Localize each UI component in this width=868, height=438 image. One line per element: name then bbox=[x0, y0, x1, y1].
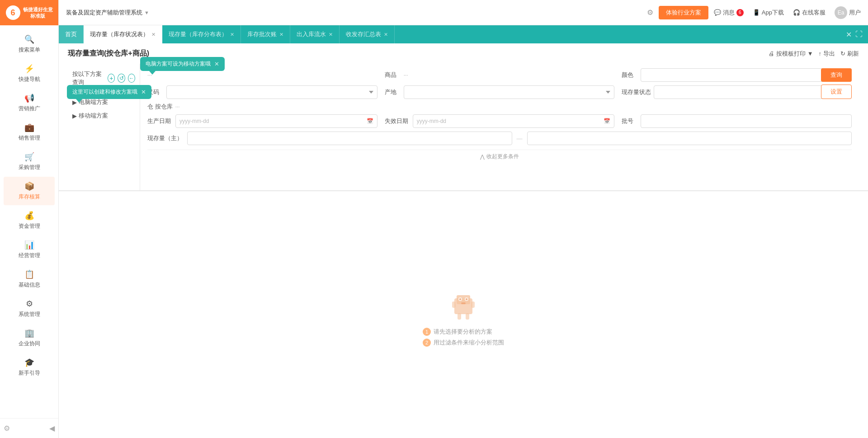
online-service-item[interactable]: 🎧 在线客服 bbox=[793, 9, 826, 17]
sidebar-item-purchase[interactable]: 🛒 采购管理 bbox=[4, 147, 55, 176]
tab-home[interactable]: 首页 bbox=[59, 25, 84, 43]
filter-row-3: 仓 按仓库 ··· bbox=[147, 103, 852, 111]
back-scheme-button[interactable]: ← bbox=[128, 74, 135, 83]
tab-close-icon[interactable]: ✕ bbox=[151, 32, 156, 38]
headset-icon: 🎧 bbox=[793, 9, 800, 16]
sidebar-item-label: 营销推广 bbox=[19, 105, 40, 113]
tooltip-create-text: 这里可以创建和修改方案哦 bbox=[72, 88, 137, 96]
topbar-settings-icon[interactable]: ⚙ bbox=[647, 8, 653, 17]
scheme-item-mobile[interactable]: ▶ 移动端方案 bbox=[68, 110, 140, 122]
sidebar-item-label: 基础信息 bbox=[19, 281, 40, 289]
tip-text-2: 用过滤条件来缩小分析范围 bbox=[434, 339, 504, 347]
tooltip-desktop-box: 电脑方案可设为移动方案哦 ✕ bbox=[140, 57, 225, 71]
sidebar-item-basic[interactable]: 📋 基础信息 bbox=[4, 265, 55, 293]
sidebar-item-label: 新手引导 bbox=[19, 369, 40, 377]
content-area: 现存量查询(按仓库+商品) 🖨 按模板打印 ▼ ↑ 导出 ↻ 刷新 bbox=[59, 43, 868, 438]
tab-inventory-dist[interactable]: 现存量（库存分布表） ✕ bbox=[162, 25, 241, 43]
export-button[interactable]: ↑ 导出 bbox=[819, 50, 835, 58]
sidebar-item-label: 搜索菜单 bbox=[19, 46, 40, 54]
size-select[interactable] bbox=[166, 85, 377, 99]
sidebar-item-search[interactable]: 🔍 搜索菜单 bbox=[4, 30, 55, 58]
purchase-icon: 🛒 bbox=[24, 152, 34, 162]
sidebar-item-enterprise[interactable]: 🏢 企业协同 bbox=[4, 324, 55, 352]
collapse-sidebar-icon[interactable]: ◀ bbox=[49, 424, 55, 433]
sidebar-item-finance[interactable]: 💰 资金管理 bbox=[4, 206, 55, 235]
svg-point-5 bbox=[466, 298, 467, 300]
sidebar-item-marketing[interactable]: 📢 营销推广 bbox=[4, 89, 55, 117]
content-body: 1 请先选择要分析的方案 2 用过滤条件来缩小分析范围 bbox=[59, 191, 868, 438]
tab-summary[interactable]: 收发存汇总表 ✕ bbox=[340, 25, 395, 43]
system-name-dropdown[interactable]: 装备及固定资产辅助管理系统 ▼ bbox=[66, 9, 149, 17]
page-title: 现存量查询(按仓库+商品) bbox=[68, 49, 149, 58]
sidebar-menu: 🔍 搜索菜单 ⚡ 快捷导航 📢 营销推广 💼 销售管理 🛒 采购管理 📦 库存核… bbox=[0, 25, 58, 418]
tab-close-icon[interactable]: ✕ bbox=[279, 32, 283, 38]
tab-inventory-status-label: 现存量（库存状况表） bbox=[90, 30, 149, 38]
query-button[interactable]: 查询 bbox=[821, 68, 852, 82]
tabs-bar-actions: ✕ ⛶ bbox=[846, 25, 868, 43]
tooltip-desktop-close[interactable]: ✕ bbox=[214, 61, 219, 67]
exp-date-input[interactable]: yyyy-mm-dd 📅 bbox=[413, 114, 615, 128]
scheme-item-label: 电脑端方案 bbox=[79, 98, 108, 106]
stock-main-to[interactable] bbox=[527, 132, 852, 145]
svg-rect-8 bbox=[471, 301, 475, 308]
tab-fullscreen-icon[interactable]: ⛶ bbox=[855, 30, 863, 38]
batch-input[interactable] bbox=[641, 114, 852, 128]
tab-inventory-dist-label: 现存量（库存分布表） bbox=[169, 30, 227, 38]
tab-close-icon[interactable]: ✕ bbox=[230, 32, 234, 38]
tooltip-create-close[interactable]: ✕ bbox=[141, 89, 146, 95]
sidebar-item-guide[interactable]: 🎓 新手引导 bbox=[4, 353, 55, 381]
message-item[interactable]: 💬 消息 6 bbox=[714, 9, 744, 17]
filter-fields: ··· 商品 ··· 颜色 bbox=[140, 64, 859, 190]
chevron-up-icon: ⋀ bbox=[480, 154, 485, 160]
tab-inventory-status[interactable]: 现存量（库存状况表） ✕ bbox=[84, 25, 162, 43]
reset-button[interactable]: 设置 bbox=[821, 85, 852, 99]
scheme-expand-icon: ▶ bbox=[72, 113, 77, 119]
refresh-button[interactable]: ↻ 刷新 bbox=[840, 50, 859, 58]
origin-select[interactable] bbox=[404, 85, 615, 99]
sidebar-item-label: 经营管理 bbox=[19, 252, 40, 259]
tab-close-icon[interactable]: ✕ bbox=[384, 32, 388, 38]
tooltip-create-box: 这里可以创建和修改方案哦 ✕ bbox=[67, 85, 151, 99]
add-scheme-button[interactable]: + bbox=[108, 74, 115, 83]
refresh-scheme-button[interactable]: ↺ bbox=[118, 74, 125, 83]
print-button[interactable]: 🖨 按模板打印 ▼ bbox=[769, 50, 813, 58]
sidebar-item-label: 采购管理 bbox=[19, 164, 40, 171]
logo-text: 畅捷通好生意 标准版 bbox=[23, 6, 53, 19]
phone-icon: 📱 bbox=[753, 9, 760, 16]
search-icon: 🔍 bbox=[24, 34, 34, 44]
sidebar-logo: 6 畅捷通好生意 标准版 bbox=[0, 0, 58, 25]
sidebar-item-sales[interactable]: 💼 销售管理 bbox=[4, 118, 55, 146]
collapse-filter-button[interactable]: ⋀ 收起更多条件 bbox=[480, 153, 519, 160]
sidebar-item-operations[interactable]: 📊 经营管理 bbox=[4, 235, 55, 264]
trial-industry-button[interactable]: 体验行业方案 bbox=[659, 6, 708, 19]
user-item[interactable]: Ea 用户 bbox=[835, 6, 861, 19]
stock-main-from[interactable] bbox=[187, 132, 512, 145]
product-filter: 商品 ··· bbox=[385, 71, 615, 79]
export-label: 导出 bbox=[823, 50, 835, 58]
stock-status-label: 现存量状态 bbox=[622, 88, 651, 96]
sidebar-item-quick[interactable]: ⚡ 快捷导航 bbox=[4, 59, 55, 88]
settings-icon[interactable]: ⚙ bbox=[4, 424, 10, 433]
tab-close-all-icon[interactable]: ✕ bbox=[846, 30, 852, 39]
filter-row-2: 尺码 产地 现存量状态 bbox=[147, 85, 852, 99]
empty-tips: 1 请先选择要分析的方案 2 用过滤条件来缩小分析范围 bbox=[423, 328, 504, 347]
filter-action-buttons: 查询 设置 bbox=[821, 68, 852, 99]
logo-icon: 6 bbox=[6, 5, 20, 20]
sidebar-item-system[interactable]: ⚙ 系统管理 bbox=[4, 294, 55, 323]
app-download-item[interactable]: 📱 App下载 bbox=[753, 9, 784, 17]
tab-close-icon[interactable]: ✕ bbox=[329, 32, 333, 38]
tab-inout[interactable]: 出入库流水 ✕ bbox=[290, 25, 340, 43]
dropdown-arrow-icon: ▼ bbox=[144, 10, 149, 15]
color-select[interactable] bbox=[641, 68, 852, 82]
sidebar-item-inventory[interactable]: 📦 库存核算 bbox=[4, 177, 55, 205]
prod-date-input[interactable]: yyyy-mm-dd 📅 bbox=[175, 114, 377, 128]
collapse-label: 收起更多条件 bbox=[486, 153, 519, 160]
tip-num-2: 2 bbox=[423, 339, 431, 347]
exp-date-label: 失效日期 bbox=[385, 117, 410, 125]
empty-tip-1: 1 请先选择要分析的方案 bbox=[423, 328, 504, 336]
system-name-label: 装备及固定资产辅助管理系统 bbox=[66, 9, 142, 17]
mobile-scheme-container: ▶ 移动端方案 bbox=[68, 110, 140, 122]
tab-batch[interactable]: 库存批次账 ✕ bbox=[241, 25, 290, 43]
page-actions: 🖨 按模板打印 ▼ ↑ 导出 ↻ 刷新 bbox=[769, 50, 859, 58]
stock-main-dash: — bbox=[517, 135, 523, 142]
